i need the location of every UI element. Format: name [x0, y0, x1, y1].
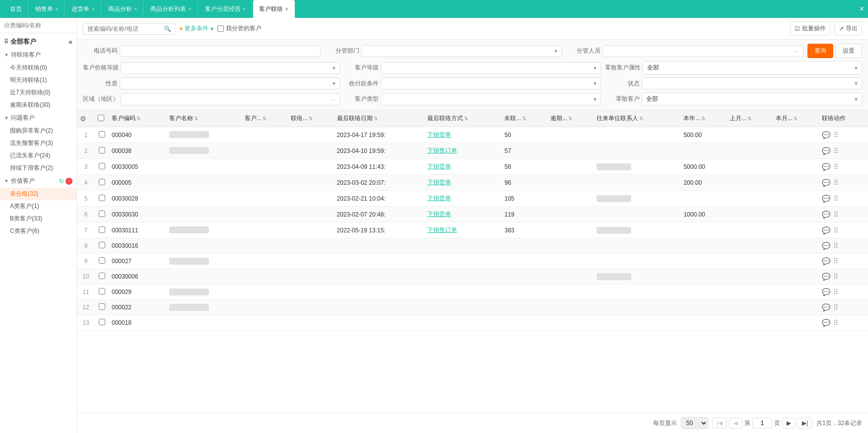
- sidebar-item-tomorrow[interactable]: 明天待联络(1): [0, 74, 76, 86]
- apps-icon[interactable]: ⠿: [833, 163, 838, 171]
- last-page-btn[interactable]: ▶|: [798, 418, 812, 429]
- sidebar-item-7days[interactable]: 近7天待联络(0): [0, 86, 76, 99]
- per-page-select[interactable]: 50 100 200: [681, 417, 708, 429]
- row-checkbox[interactable]: [99, 147, 105, 153]
- sidebar-item-today[interactable]: 今天待联络(0): [0, 62, 76, 74]
- retail-attr-select[interactable]: 全部 ▾: [643, 61, 862, 74]
- row-checkbox[interactable]: [99, 242, 105, 248]
- status-select[interactable]: ▾: [642, 77, 862, 89]
- more-conditions-btn[interactable]: ▾ 更多条件 ▾: [180, 24, 213, 33]
- tab-product-list[interactable]: 商品分析列表 ×: [144, 0, 198, 18]
- select-all-checkbox[interactable]: [98, 115, 104, 121]
- my-customers-checkbox[interactable]: 我分管的客户: [217, 24, 262, 33]
- sidebar-item-class-b[interactable]: B类客户(33): [0, 213, 76, 225]
- sidebar-item-declining[interactable]: 持续下滑客户(2): [0, 162, 76, 174]
- last-method-link[interactable]: 下销货单: [427, 163, 451, 170]
- chat-icon[interactable]: 💬: [822, 257, 830, 265]
- row-checkbox[interactable]: [99, 195, 105, 201]
- main-search-icon[interactable]: 🔍: [164, 25, 171, 32]
- last-method-link[interactable]: 下销售订单: [427, 147, 457, 154]
- col-contact-sort[interactable]: ⇅: [309, 116, 313, 121]
- chat-icon[interactable]: 💬: [822, 211, 830, 218]
- row-checkbox[interactable]: [99, 179, 105, 185]
- dept-select[interactable]: ▾: [361, 45, 562, 57]
- apps-icon[interactable]: ⠿: [833, 257, 838, 265]
- reset-btn[interactable]: 设置: [835, 44, 862, 58]
- tab-home[interactable]: 首页: [4, 0, 28, 18]
- tab-purchase[interactable]: 进货单 ×: [66, 0, 101, 18]
- price-level-select[interactable]: ▾: [121, 62, 340, 74]
- chat-icon[interactable]: 💬: [822, 147, 830, 155]
- retail-customer-select[interactable]: 全部 ▾: [642, 92, 862, 106]
- tab-customer-contact[interactable]: 客户联络 ×: [253, 0, 294, 18]
- group-problem[interactable]: ▼ 问题客户: [0, 111, 76, 125]
- chat-icon[interactable]: 💬: [822, 195, 830, 203]
- chat-icon[interactable]: 💬: [822, 288, 830, 296]
- col-contact-person-sort[interactable]: ⇅: [639, 116, 643, 121]
- chat-icon[interactable]: 💬: [822, 163, 830, 171]
- col-last-month-sort[interactable]: ⇅: [747, 116, 751, 121]
- nature-select[interactable]: ▾: [120, 77, 340, 89]
- first-page-btn[interactable]: |◀: [712, 418, 727, 429]
- col-name-sort[interactable]: ⇅: [194, 116, 198, 121]
- row-checkbox[interactable]: [99, 131, 105, 138]
- region-select[interactable]: ···: [121, 93, 340, 105]
- tab-customer-segment-close[interactable]: ×: [243, 6, 246, 12]
- last-method-link[interactable]: 下销售订单: [427, 226, 457, 233]
- tab-sales-close[interactable]: ×: [55, 6, 58, 12]
- prev-page-btn[interactable]: ◀: [729, 418, 742, 429]
- group-value[interactable]: ▼ 价值客户 ↻ !: [0, 174, 76, 188]
- sidebar-item-churned[interactable]: 已流失客户(24): [0, 149, 76, 162]
- apps-icon[interactable]: ⠿: [833, 303, 838, 311]
- apps-icon[interactable]: ⠿: [833, 147, 838, 155]
- sidebar-item-class-a[interactable]: A类客户(1): [0, 200, 76, 213]
- tab-product-analysis[interactable]: 商品分析 ×: [102, 0, 143, 18]
- apps-icon[interactable]: ⠿: [833, 131, 838, 139]
- row-checkbox[interactable]: [99, 163, 105, 169]
- group-pending-contact[interactable]: ▼ 待联络客户: [0, 48, 76, 62]
- chat-icon[interactable]: 💬: [822, 131, 830, 139]
- batch-btn[interactable]: ☑ 批量操作: [790, 22, 830, 35]
- col-code-sort[interactable]: ⇅: [136, 116, 140, 121]
- col-this-year-sort[interactable]: ⇅: [701, 116, 705, 121]
- apps-icon[interactable]: ⠿: [833, 319, 838, 327]
- col-last-method-sort[interactable]: ⇅: [464, 116, 468, 121]
- last-method-link[interactable]: 下销货单: [427, 131, 451, 138]
- chat-icon[interactable]: 💬: [822, 179, 830, 187]
- tab-product-analysis-close[interactable]: ×: [134, 6, 137, 12]
- row-checkbox[interactable]: [99, 288, 105, 294]
- page-number-input[interactable]: [752, 418, 772, 429]
- sidebar-collapse-icon[interactable]: «: [68, 38, 72, 46]
- region-more[interactable]: ···: [331, 96, 335, 103]
- row-checkbox[interactable]: [99, 257, 105, 264]
- sidebar-item-overdue[interactable]: 逾期未联络(30): [0, 99, 76, 111]
- settings-icon[interactable]: ⚙: [80, 115, 86, 123]
- export-btn[interactable]: ↗ 导出: [834, 22, 862, 35]
- tab-purchase-close[interactable]: ×: [91, 6, 94, 12]
- apps-icon[interactable]: ⠿: [833, 179, 838, 187]
- customer-level-select[interactable]: ▾: [381, 62, 601, 74]
- chat-icon[interactable]: 💬: [822, 242, 830, 250]
- chat-icon[interactable]: 💬: [822, 303, 830, 311]
- tab-customer-segment[interactable]: 客户分层经营 ×: [199, 0, 252, 18]
- chat-icon[interactable]: 💬: [822, 319, 830, 327]
- payment-select[interactable]: ▾: [381, 77, 601, 89]
- row-checkbox[interactable]: [99, 273, 105, 279]
- last-method-link[interactable]: 下销货单: [427, 179, 451, 186]
- chat-icon[interactable]: 💬: [822, 226, 830, 234]
- chat-icon[interactable]: 💬: [822, 273, 830, 281]
- phone-input[interactable]: [120, 45, 321, 57]
- tab-customer-contact-close[interactable]: ×: [285, 6, 288, 12]
- sidebar-item-hoarding[interactable]: 囤购异常客户(2): [0, 125, 76, 137]
- main-search-input[interactable]: [87, 25, 162, 32]
- col-type-sort[interactable]: ⇅: [263, 116, 267, 121]
- row-checkbox[interactable]: [99, 226, 105, 233]
- next-page-btn[interactable]: ▶: [782, 418, 796, 429]
- apps-icon[interactable]: ⠿: [833, 273, 838, 281]
- row-checkbox[interactable]: [99, 303, 105, 310]
- col-overdue-sort[interactable]: ⇅: [568, 116, 572, 121]
- sidebar-search-input[interactable]: [4, 22, 77, 29]
- apps-icon[interactable]: ⠿: [833, 195, 838, 203]
- row-checkbox[interactable]: [99, 211, 105, 217]
- col-last-date-sort[interactable]: ⇅: [374, 116, 378, 121]
